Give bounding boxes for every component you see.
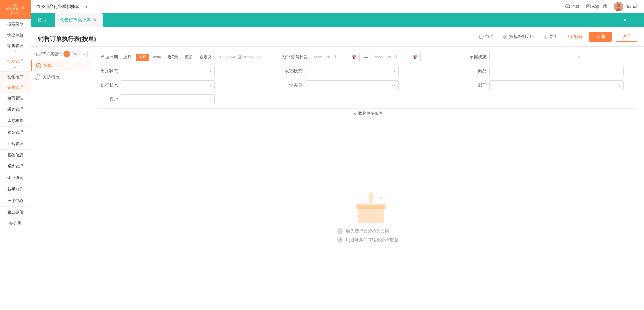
fullscreen-btn[interactable]: ⛶ <box>632 16 640 24</box>
collapse-more-btn[interactable]: ∧ 收起更多条件 <box>98 108 637 118</box>
chevron-up-icon: ∧ <box>353 111 356 116</box>
sidebar-sales-mgmt[interactable]: 销售管理 <box>0 82 31 93</box>
status-dropdown-icon: ▾ <box>578 55 580 59</box>
sidebar-system[interactable]: 系统管理 <box>0 161 31 172</box>
doc-status-select[interactable]: ▾ <box>489 52 583 62</box>
collection-label: 收款状态 <box>282 68 302 74</box>
main-area: 办公用品行业模拟账套 ▾ 消息 App下载 <box>31 0 644 310</box>
sidebar-operations[interactable]: 经营管理 <box>0 138 31 150</box>
logo-subtitle: 畅捷通好生意 <box>6 7 24 11</box>
goods-select[interactable]: ··· <box>489 66 624 76</box>
outbound-dropdown-icon: ▾ <box>210 69 212 73</box>
topbar-right: 消息 App下载 demo2 <box>565 2 639 11</box>
right-content: 单据日期 上月 本月 本年 近7天 更多 自定义 2023-03-01 至 20… <box>91 47 644 310</box>
customer-label: 客户 <box>98 96 118 102</box>
current-year-tab[interactable]: 本年 <box>150 54 164 61</box>
last-month-tab[interactable]: 上月 <box>121 54 134 61</box>
filter-row-3: 执行状态 ▾ 业务员 ··· <box>98 80 637 90</box>
exec-status-select[interactable]: ▾ <box>121 80 215 90</box>
empty-step-1: 1 请先选择要分析的方案 <box>337 228 389 234</box>
topbar-dropdown-icon[interactable]: ▾ <box>85 4 87 9</box>
collection-dropdown-icon: ▾ <box>394 69 396 73</box>
dept-dropdown-icon: ▾ <box>619 83 621 88</box>
print-icon <box>503 34 508 39</box>
outbound-select[interactable]: ▾ <box>121 66 215 76</box>
filter-row-2: 出库状态 ▾ 收款状态 ▾ <box>98 66 637 76</box>
sidebar-member[interactable]: 畅会员 <box>0 218 31 229</box>
sales-more-icon[interactable]: ··· <box>389 82 396 88</box>
sidebar-wholesale-mgmt[interactable]: 批发管理 ▴ <box>0 56 31 72</box>
user-menu[interactable]: demo2 <box>614 2 639 11</box>
sales-label: 业务员 <box>282 82 302 88</box>
left-panel-header: 按以下方案查询 + ✎ « <box>31 51 91 60</box>
dept-select[interactable]: ▾ <box>489 80 624 90</box>
expected-date-from[interactable]: yyyy-mm-dd 📅 <box>311 52 360 62</box>
filter-row-1: 单据日期 上月 本月 本年 近7天 更多 自定义 2023-03-01 至 20… <box>98 52 637 62</box>
calendar-to-icon[interactable]: 📅 <box>412 55 418 60</box>
help-icon: ? <box>479 34 484 39</box>
scheme-item-order[interactable]: ● 按单 <box>31 60 91 71</box>
current-month-tab[interactable]: 本月 <box>136 54 149 61</box>
export-btn[interactable]: 导出 <box>541 32 561 41</box>
custom-tab[interactable]: 自定义 <box>197 54 214 61</box>
goods-more-icon[interactable]: ··· <box>614 68 620 74</box>
filter-row-4: 客户 ··· <box>98 94 637 104</box>
refresh-btn[interactable]: 刷新 <box>565 32 585 41</box>
close-window-btn[interactable]: ✕ <box>621 16 629 24</box>
active-scheme-icon: ● <box>36 63 41 68</box>
export-icon <box>543 34 548 39</box>
empty-illustration <box>351 191 384 221</box>
chevron-up-icon: ▴ <box>14 65 16 69</box>
message-icon <box>565 4 570 9</box>
empty-step-2: 2 用过滤条件来缩小分析范围 <box>337 237 398 243</box>
last-7-days-tab[interactable]: 近7天 <box>165 54 181 61</box>
print-dropdown-icon[interactable]: ▾ <box>532 35 534 39</box>
sidebar-enterprise[interactable]: 企业协同 <box>0 172 31 184</box>
collapse-panel-btn[interactable]: « <box>81 51 88 57</box>
sidebar-purchase[interactable]: 采购管理 <box>0 104 31 115</box>
add-scheme-btn[interactable]: + <box>63 51 70 57</box>
sidebar-retail-mgmt[interactable]: 零售管理 ▾ <box>0 40 31 56</box>
filter-exec-status: 执行状态 ▾ <box>98 80 269 90</box>
sidebar-finance[interactable]: 资金管理 <box>0 127 31 138</box>
svg-point-15 <box>380 197 382 199</box>
help-btn[interactable]: ? 帮助 <box>476 32 496 41</box>
exec-label: 执行状态 <box>98 82 118 88</box>
customer-select[interactable]: ··· <box>121 94 215 104</box>
customer-more-icon[interactable]: ··· <box>205 96 212 102</box>
sidebar-app-center[interactable]: 应用中心 <box>0 195 31 207</box>
expected-date-to[interactable]: yyyy-mm-dd 📅 <box>372 52 421 62</box>
sidebar-new-user[interactable]: 新手引导 <box>0 184 31 195</box>
close-tab-icon[interactable]: × <box>93 18 97 22</box>
chevron-down-icon: ▾ <box>14 49 16 53</box>
sidebar-inventory[interactable]: 库存核算 <box>0 115 31 127</box>
sidebar-ecommerce[interactable]: 电商管理 <box>0 93 31 104</box>
home-tab[interactable]: 首页 <box>31 13 53 27</box>
sidebar-wechat[interactable]: 企业微信 <box>0 207 31 218</box>
logo-area: 畅捷 畅捷通好生意 标准版 <box>0 0 31 19</box>
filter-dept: 部门 ▾ <box>467 80 637 90</box>
settings-button[interactable]: 设置 <box>616 32 637 42</box>
messages-btn[interactable]: 消息 <box>565 4 579 9</box>
sidebar-basic-info[interactable]: 基础信息 <box>0 150 31 161</box>
more-tab[interactable]: 更多 <box>182 54 196 61</box>
svg-rect-13 <box>358 206 384 223</box>
left-panel: 按以下方案查询 + ✎ « ● 按单 ○ 欠货情况 <box>31 47 91 310</box>
sales-select[interactable]: ··· <box>305 80 399 90</box>
app-download-btn[interactable]: App下载 <box>586 4 607 9</box>
outbound-label: 出库状态 <box>98 68 118 74</box>
sidebar-quick-nav[interactable]: 快捷导航 <box>0 30 31 40</box>
print-btn[interactable]: 按模板打印 ▾ <box>500 32 537 41</box>
scheme-item-backorder[interactable]: ○ 欠货情况 <box>31 71 91 83</box>
content-wrapper: 按以下方案查询 + ✎ « ● 按单 ○ 欠货情况 <box>31 47 644 310</box>
edit-scheme-btn[interactable]: ✎ <box>72 51 79 57</box>
app-title: 办公用品行业模拟账套 <box>36 4 80 10</box>
sidebar-search[interactable]: 搜索菜单 <box>0 19 31 30</box>
svg-rect-14 <box>356 204 386 209</box>
calendar-from-icon[interactable]: 📅 <box>351 55 357 60</box>
topbar: 办公用品行业模拟账套 ▾ 消息 App下载 <box>31 0 644 13</box>
sidebar-marketing[interactable]: 营销推广 <box>0 72 31 82</box>
collection-select[interactable]: ▾ <box>305 66 399 76</box>
sales-order-tab[interactable]: 销售订单执行表 × <box>55 13 103 27</box>
query-button[interactable]: 查询 <box>589 32 612 42</box>
